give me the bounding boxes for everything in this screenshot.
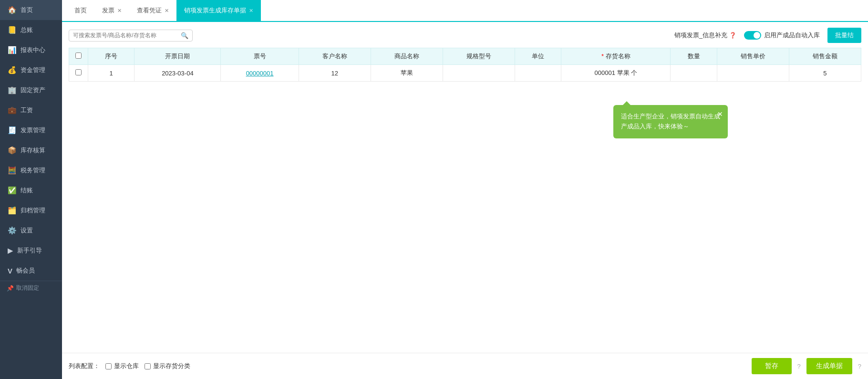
tab-voucher[interactable]: 查看凭证 ✕: [129, 0, 176, 22]
row-qty: [671, 65, 717, 82]
home-icon: 🏠: [8, 6, 17, 14]
show-category-checkbox[interactable]: [145, 363, 151, 369]
table-row: 1 2023-03-04 00000001 12 苹果 000001 苹果 个 …: [69, 65, 861, 82]
content-area: 🔍 销项发票_信息补充 ❓ 启用产成品自动入库 批量结: [62, 22, 868, 353]
list-config: 列表配置： 显示仓库 显示存货分类: [69, 362, 190, 370]
sidebar-item-tax[interactable]: 🧮 税务管理: [0, 160, 62, 180]
search-input[interactable]: [73, 32, 179, 39]
col-number: 票号: [221, 48, 299, 65]
row-product: 苹果: [371, 65, 443, 82]
sidebar-item-salary[interactable]: 💼 工资: [0, 100, 62, 120]
unpin-button[interactable]: 📌 取消固定: [0, 281, 62, 295]
fixed-assets-icon: 🏢: [8, 86, 17, 95]
tab-home[interactable]: 首页: [67, 0, 94, 22]
sidebar-item-fixed-assets[interactable]: 🏢 固定资产: [0, 80, 62, 100]
tooltip-close-button[interactable]: ✕: [717, 109, 723, 119]
sidebar-item-home[interactable]: 🏠 首页: [0, 0, 62, 20]
pin-icon: 📌: [7, 285, 14, 292]
invoice-mgmt-icon: 🧾: [8, 126, 17, 135]
row-seq: 1: [88, 65, 134, 82]
row-unit: [515, 65, 561, 82]
table-wrap: 序号 开票日期 票号 客户名称 商品名称 规格型号 单位 存货名称 数量 销售单…: [69, 48, 861, 353]
row-spec: [443, 65, 515, 82]
sidebar-item-invoice-mgmt[interactable]: 🧾 发票管理: [0, 120, 62, 140]
generate-button[interactable]: 生成单据: [806, 358, 852, 374]
tab-generate[interactable]: 销项发票生成库存单据 ✕: [176, 0, 261, 22]
col-unit: 单位: [515, 48, 561, 65]
right-toolbar: 销项发票_信息补充 ❓ 启用产成品自动入库 批量结: [674, 28, 861, 43]
tooltip-text: 适合生产型企业，销项发票自动生成产成品入库，快来体验～: [621, 113, 720, 130]
row-date: 2023-03-04: [134, 65, 221, 82]
row-amount: 5: [789, 65, 861, 82]
settings-icon: ⚙️: [8, 226, 17, 235]
main-area: 首页 发票 ✕ 查看凭证 ✕ 销项发票生成库存单据 ✕ 🔍 销项发票_信息补充 …: [62, 0, 868, 379]
sidebar-item-inventory[interactable]: 📦 库存核算: [0, 140, 62, 160]
sidebar-item-archive[interactable]: 🗂️ 归档管理: [0, 200, 62, 221]
reports-icon: 📊: [8, 46, 17, 54]
sidebar: 🏠 首页 📒 总账 📊 报表中心 💰 资金管理 🏢 固定资产 💼 工资 🧾 发票…: [0, 0, 62, 379]
col-customer: 客户名称: [299, 48, 371, 65]
search-icon: 🔍: [181, 32, 188, 39]
sidebar-item-reports[interactable]: 📊 报表中心: [0, 40, 62, 60]
col-unit-price: 销售单价: [717, 48, 789, 65]
sidebar-item-capital[interactable]: 💰 资金管理: [0, 60, 62, 80]
tab-generate-close[interactable]: ✕: [249, 8, 253, 14]
toolbar-row: 🔍 销项发票_信息补充 ❓ 启用产成品自动入库 批量结: [69, 28, 861, 43]
row-checkbox[interactable]: [75, 69, 82, 75]
capital-icon: 💰: [8, 66, 17, 74]
guide-icon: ▶: [8, 246, 13, 255]
col-qty: 数量: [671, 48, 717, 65]
tab-invoice[interactable]: 发票 ✕: [94, 0, 129, 22]
batch-button[interactable]: 批量结: [827, 28, 861, 43]
sidebar-item-guide[interactable]: ▶ 新手引导: [0, 241, 62, 261]
bottom-bar: 列表配置： 显示仓库 显示存货分类 暂存 ? 生成单据 ?: [62, 353, 868, 379]
tooltip-popup: ✕ 适合生产型企业，销项发票自动生成产成品入库，快来体验～: [613, 105, 728, 138]
archive-icon: 🗂️: [8, 206, 17, 215]
save-button[interactable]: 暂存: [752, 358, 792, 374]
row-number: 00000001: [221, 65, 299, 82]
info-label: 销项发票_信息补充 ❓: [674, 31, 736, 40]
save-help-icon[interactable]: ?: [797, 363, 801, 370]
sidebar-item-ledger[interactable]: 📒 总账: [0, 20, 62, 40]
row-number-link[interactable]: 00000001: [246, 70, 274, 77]
toggle-container: 启用产成品自动入库: [744, 31, 820, 40]
row-customer: 12: [299, 65, 371, 82]
show-category-label[interactable]: 显示存货分类: [145, 362, 190, 370]
vip-icon: V: [8, 267, 12, 275]
action-buttons: 暂存 ? 生成单据 ?: [752, 358, 861, 374]
row-checkbox-cell: [69, 65, 88, 82]
show-warehouse-checkbox[interactable]: [105, 363, 112, 369]
tab-bar: 首页 发票 ✕ 查看凭证 ✕ 销项发票生成库存单据 ✕: [62, 0, 868, 22]
sidebar-item-closing[interactable]: ✅ 结账: [0, 180, 62, 200]
salary-icon: 💼: [8, 106, 17, 115]
tab-voucher-close[interactable]: ✕: [165, 8, 169, 14]
col-checkbox: [69, 48, 88, 65]
col-amount: 销售金额: [789, 48, 861, 65]
show-warehouse-label[interactable]: 显示仓库: [105, 362, 139, 370]
sidebar-item-vip[interactable]: V 畅会员: [0, 261, 62, 281]
row-unit-price: [717, 65, 789, 82]
tab-invoice-close[interactable]: ✕: [117, 8, 122, 14]
tax-icon: 🧮: [8, 166, 17, 175]
col-seq: 序号: [88, 48, 134, 65]
row-inventory: 000001 苹果 个: [561, 65, 671, 82]
info-icon[interactable]: ❓: [729, 32, 736, 39]
col-date: 开票日期: [134, 48, 221, 65]
select-all-checkbox[interactable]: [75, 53, 82, 59]
ledger-icon: 📒: [8, 26, 17, 34]
main-table: 序号 开票日期 票号 客户名称 商品名称 规格型号 单位 存货名称 数量 销售单…: [69, 48, 861, 82]
inventory-icon: 📦: [8, 146, 17, 155]
generate-help-icon[interactable]: ?: [858, 363, 861, 370]
search-box[interactable]: 🔍: [69, 30, 193, 42]
auto-warehouse-toggle[interactable]: [744, 31, 761, 40]
closing-icon: ✅: [8, 186, 17, 195]
col-inventory: 存货名称: [561, 48, 671, 65]
col-spec: 规格型号: [443, 48, 515, 65]
sidebar-item-settings[interactable]: ⚙️ 设置: [0, 221, 62, 241]
col-product: 商品名称: [371, 48, 443, 65]
